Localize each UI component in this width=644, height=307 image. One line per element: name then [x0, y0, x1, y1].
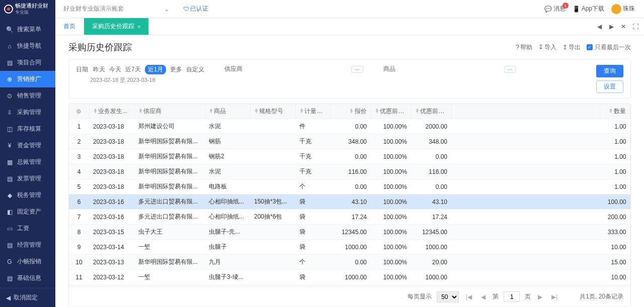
sidebar-item[interactable]: ▭工资 [0, 220, 55, 237]
sidebar-item[interactable]: ⊙销售管理 [0, 87, 55, 104]
sidebar-item-label: 销售管理 [17, 91, 41, 100]
check-icon: ✓ [587, 44, 593, 50]
table-row[interactable]: 22023-03-18新华明国际贸易有限...钢筋千克348.00100.00%… [69, 134, 630, 149]
table-column-header[interactable]: ▲▼商品 [205, 104, 250, 119]
gear-icon[interactable]: ⚙ [76, 108, 82, 115]
table-row[interactable]: 62023-03-16多元进出口贸易有限...心相印抽纸...150抽*3包..… [69, 194, 630, 210]
table-column-header[interactable]: ▲▼优惠前单价 [411, 104, 451, 119]
table-cell: 10.00 [600, 240, 630, 255]
page-input[interactable] [504, 291, 520, 302]
table-row[interactable]: 52023-03-18新华明国际贸易有限...电路板个0.00100.00%0.… [69, 179, 630, 194]
tabs-next-button[interactable]: ▶ [606, 21, 617, 32]
sidebar-item[interactable]: ▤经营管理 [0, 237, 55, 253]
table-column-header[interactable]: ▲▼规格型号 [250, 104, 295, 119]
table-cell: 43.10 [411, 194, 451, 210]
sidebar-item[interactable]: ◧固定资产 [0, 203, 55, 220]
sidebar-item[interactable]: ◆税务管理 [0, 187, 55, 203]
table-cell: 一堑 [134, 240, 205, 255]
sidebar-item[interactable]: 🔍搜索菜单 [0, 21, 55, 38]
table-cell: 4 [69, 164, 89, 179]
table-cell: 100.00% [371, 119, 411, 134]
tabs-close-all-button[interactable]: ✕ [618, 21, 629, 32]
sidebar-item[interactable]: ▤基础信息 [0, 270, 55, 286]
only-last-checkbox[interactable]: ✓ 只看最后一次 [587, 43, 631, 52]
table-row[interactable]: 32023-03-18新华明国际贸易有限...钢筋2千克0.00100.00%0… [69, 149, 630, 164]
sidebar-item[interactable]: ◫库存核算 [0, 121, 55, 137]
table-column-header[interactable]: ▲▼数量 [600, 104, 630, 119]
table-row[interactable]: 102023-03-13新华明国际贸易有限...九月个0.00100.00%20… [69, 255, 630, 270]
date-range-button[interactable]: 自定义 [186, 65, 204, 74]
data-table: ⚙▲▼业务发生...▲▼供应商▲▼商品▲▼规格型号▲▼计量单位▲▼报价▲▼优惠前… [68, 104, 631, 307]
table-cell: 千克 [295, 134, 331, 149]
table-cell: 0.00 [411, 179, 451, 194]
supplier-lookup-button[interactable]: ··· [351, 66, 363, 73]
date-range-button[interactable]: 近7天 [125, 65, 141, 74]
sidebar-item-label: 税务管理 [17, 191, 41, 199]
pager-last-button[interactable]: ▶| [549, 292, 559, 301]
fullscreen-button[interactable]: ⛶ [630, 21, 641, 32]
pager-next-button[interactable]: ▶ [536, 292, 544, 301]
brand-logo: 畅捷通好业财 专业版 [0, 0, 55, 18]
table-cell [250, 270, 295, 285]
tabs-prev-button[interactable]: ◀ [594, 21, 605, 32]
sidebar-item[interactable]: ▤发票管理 [0, 170, 55, 187]
table-cell: 100.00% [371, 149, 411, 164]
account-selector[interactable]: 好业财专业版演示账套 ⌄ [59, 3, 173, 15]
only-last-label: 只看最后一次 [595, 43, 631, 52]
brand-sub: 专业版 [15, 9, 48, 16]
date-range-button[interactable]: 昨天 [93, 65, 105, 74]
table-column-header[interactable]: ▲▼报价 [331, 104, 371, 119]
pager-first-button[interactable]: |◀ [464, 292, 474, 301]
product-lookup-button[interactable]: ··· [504, 66, 516, 73]
table-cell: 1.00 [600, 164, 630, 179]
help-link[interactable]: ? 帮助 [516, 43, 532, 52]
sidebar-item[interactable]: ⊕营销推广 [0, 71, 55, 87]
pagination: 每页显示 50 |◀ ◀ 第 页 ▶ ▶| 共1页, 20条记录 [69, 286, 630, 306]
sidebar-footer[interactable]: ◀ 取消固定 [0, 288, 55, 307]
table-row[interactable]: 92023-03-14一堑虫腿子袋1000.00100.00%1000.0010… [69, 240, 630, 255]
table-row[interactable]: 12023-03-18郑州建设公司水泥件0.00100.00%2000.001.… [69, 119, 630, 134]
tab-home[interactable]: 首页 [55, 18, 84, 35]
table-cell [451, 119, 600, 134]
table-column-header[interactable]: ⚙ [69, 104, 89, 119]
user-menu[interactable]: 珠珠 [611, 4, 635, 14]
import-link[interactable]: ↧ 导入 [538, 43, 556, 52]
table-row[interactable]: 112023-03-12一堑虫腿子3-绫...袋1000.00100.00%10… [69, 270, 630, 285]
sidebar-item[interactable]: ▤项目合同 [0, 54, 55, 71]
table-row[interactable]: 82023-03-15虫子大王虫腿子-先...袋12345.00100.00%1… [69, 225, 630, 240]
query-button[interactable]: 查询 [596, 65, 623, 77]
sidebar-item[interactable]: ⌂快捷导航 [0, 38, 55, 54]
supplier-filter: 供应商 ··· [224, 65, 363, 73]
table-column-header[interactable]: ▲▼计量单位 [295, 104, 331, 119]
sidebar-item[interactable]: G小畅报销 [0, 253, 55, 270]
table-column-header[interactable]: ▲▼优惠前折... [371, 104, 411, 119]
tab-active[interactable]: 采购历史价跟踪 × [84, 18, 149, 35]
sidebar-item-icon: ▤ [6, 242, 13, 249]
sidebar-item[interactable]: ¥资金管理 [0, 137, 55, 154]
import-icon: ↧ [538, 44, 543, 51]
settings-button[interactable]: 设置 [596, 80, 623, 93]
messages-button[interactable]: 💬 消息 1 [544, 5, 566, 13]
table-column-header[interactable]: ▲▼业务发生... [89, 104, 134, 119]
sidebar-item-icon: 🔍 [6, 26, 13, 33]
sidebar-item[interactable]: ▦总账管理 [0, 154, 55, 170]
per-page-select[interactable]: 50 [437, 291, 459, 302]
date-range-button[interactable]: 近1月 [145, 65, 167, 74]
page-header: 采购历史价跟踪 ? 帮助 ↧ 导入 ↥ 导出 ✓ 只看最后一次 [55, 35, 644, 56]
pager-prev-button[interactable]: ◀ [479, 292, 488, 301]
export-link[interactable]: ↥ 导出 [562, 43, 581, 52]
tab-home-label: 首页 [63, 22, 75, 31]
sidebar-item-icon: ◆ [6, 192, 13, 199]
sidebar-item[interactable]: ⇩采购管理 [0, 104, 55, 121]
table-column-header[interactable]: ▲▼供应商 [134, 104, 205, 119]
close-icon[interactable]: × [137, 24, 140, 30]
date-range-button[interactable]: 更多 [170, 65, 182, 74]
table-cell: 心相印抽纸... [205, 194, 250, 210]
table-cell: 100.00% [371, 134, 411, 149]
app-download-button[interactable]: 📱 App下载 [573, 5, 604, 13]
date-range-button[interactable]: 今天 [109, 65, 121, 74]
avatar-icon [611, 4, 621, 14]
table-row[interactable]: 72023-03-16多元进出口贸易有限...心相印抽纸...200抽*6包袋1… [69, 210, 630, 225]
table-row[interactable]: 42023-03-18新华明国际贸易有限...水泥千克116.00100.00%… [69, 164, 630, 179]
page-suffix: 页 [525, 292, 531, 301]
